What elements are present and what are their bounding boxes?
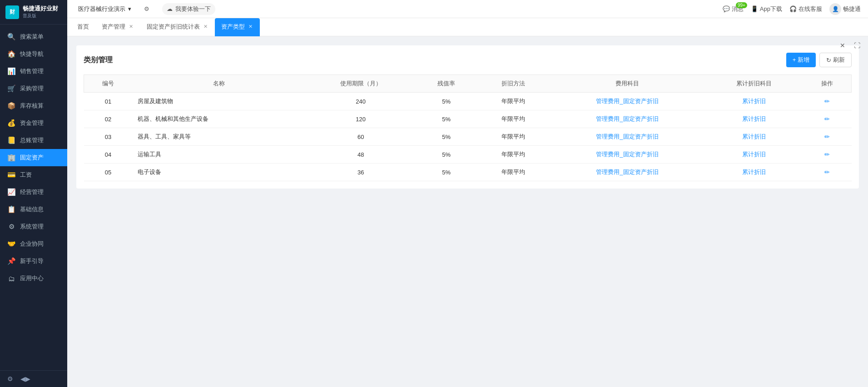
main-area: 医疗器械行业演示 ▾ ⚙ ☁ 我要体验一下 💬 消息 99+ 📱 App下载 🎧… (67, 0, 868, 387)
sidebar-item-fixed-assets[interactable]: 🏢 固定资产 (0, 149, 67, 166)
row-depreciation-method: 年限平均 (476, 128, 550, 146)
sidebar-item-cooperation[interactable]: 🤝 企业协同 (0, 235, 67, 253)
row-id: 05 (84, 164, 133, 181)
row-expense-subject: 管理费用_固定资产折旧 (550, 146, 704, 164)
sidebar-item-system[interactable]: ⚙ 系统管理 (0, 218, 67, 235)
settings-icon[interactable]: ⚙ (7, 375, 13, 382)
row-accumulated-subject: 累计折旧 (705, 93, 803, 110)
row-id: 01 (84, 93, 133, 110)
sidebar-item-basic-info[interactable]: 📋 基础信息 (0, 201, 67, 218)
tab-close-fixed-asset-depreciation[interactable]: ✕ (203, 23, 208, 30)
col-header: 残值率 (416, 75, 476, 93)
window-controls: ✕ ⛶ (837, 40, 863, 51)
sidebar-icon-ledger: 📒 (7, 136, 15, 144)
close-window-button[interactable]: ✕ (837, 40, 848, 51)
row-id: 03 (84, 128, 133, 146)
message-icon: 💬 (723, 5, 730, 12)
sidebar-icon-basic-info: 📋 (7, 205, 15, 213)
row-expense-subject: 管理费用_固定资产折旧 (550, 93, 704, 110)
sidebar-icon-quick-nav: 🏠 (7, 50, 15, 58)
company-selector[interactable]: 医疗器械行业演示 ▾ (74, 3, 135, 15)
sidebar-label-sales: 销售管理 (20, 67, 44, 75)
tab-close-asset-type[interactable]: ✕ (248, 23, 253, 30)
table-header: 编号名称使用期限（月）残值率折旧方法费用科目累计折旧科目操作 (84, 75, 852, 93)
row-name: 机器、机械和其他生产设备 (132, 110, 305, 128)
edit-icon[interactable]: ✏ (824, 98, 830, 105)
app-download-button[interactable]: 📱 App下载 (751, 5, 782, 13)
row-accumulated-subject: 累计折旧 (705, 146, 803, 164)
panel-actions: + 新增 ↻ 刷新 (786, 53, 852, 67)
row-depreciation-method: 年限平均 (476, 110, 550, 128)
avatar: 👤 (829, 3, 841, 15)
sidebar-item-ledger[interactable]: 📒 总账管理 (0, 132, 67, 149)
row-residual-rate: 5% (416, 128, 476, 146)
customer-service-button[interactable]: 🎧 在线客服 (789, 5, 822, 13)
tab-close-asset-mgmt[interactable]: ✕ (128, 23, 134, 30)
expand-window-button[interactable]: ⛶ (852, 40, 863, 51)
experience-button[interactable]: ☁ 我要体验一下 (162, 3, 215, 15)
row-residual-rate: 5% (416, 164, 476, 181)
user-profile[interactable]: 👤 畅捷通 (829, 3, 861, 15)
collapse-icon[interactable]: ◀▶ (20, 375, 30, 382)
sidebar-item-operations[interactable]: 📈 经营管理 (0, 184, 67, 201)
row-residual-rate: 5% (416, 110, 476, 128)
sidebar-item-inventory[interactable]: 📦 库存核算 (0, 97, 67, 114)
sidebar-item-sales[interactable]: 📊 销售管理 (0, 63, 67, 80)
headset-icon: 🎧 (789, 5, 797, 12)
edit-icon[interactable]: ✏ (824, 115, 830, 123)
messages-badge: 99+ (736, 2, 747, 8)
row-depreciation-method: 年限平均 (476, 146, 550, 164)
col-header: 折旧方法 (476, 75, 550, 93)
page-title: 类别管理 (84, 55, 113, 65)
edit-icon[interactable]: ✏ (824, 169, 830, 176)
sidebar-item-capital[interactable]: 💰 资金管理 (0, 114, 67, 132)
sidebar-label-basic-info: 基础信息 (20, 205, 44, 213)
table-row: 01 房屋及建筑物 240 5% 年限平均 管理费用_固定资产折旧 累计折旧 ✏ (84, 93, 852, 110)
sidebar-label-operations: 经营管理 (20, 188, 44, 196)
row-action: ✏ (803, 110, 852, 128)
table-row: 03 器具、工具、家具等 60 5% 年限平均 管理费用_固定资产折旧 累计折旧… (84, 128, 852, 146)
sidebar-icon-capital: 💰 (7, 119, 15, 127)
tab-fixed-asset-depreciation[interactable]: 固定资产折旧统计表✕ (140, 18, 215, 36)
tab-asset-mgmt[interactable]: 资产管理✕ (95, 18, 140, 36)
row-action: ✏ (803, 93, 852, 110)
row-period: 240 (305, 93, 416, 110)
sidebar-footer: ⚙ ◀▶ (0, 370, 67, 387)
tab-label-asset-type: 资产类型 (221, 23, 245, 31)
refresh-button[interactable]: ↻ 刷新 (819, 53, 852, 67)
sidebar-label-fixed-assets: 固定资产 (20, 154, 44, 162)
company-name: 医疗器械行业演示 (78, 5, 125, 13)
sidebar-item-app-center[interactable]: 🗂 应用中心 (0, 270, 67, 287)
tab-home[interactable]: 首页 (71, 18, 95, 36)
topbar-settings-button[interactable]: ⚙ (140, 3, 153, 15)
row-period: 120 (305, 110, 416, 128)
row-period: 60 (305, 128, 416, 146)
edit-icon[interactable]: ✏ (824, 133, 830, 140)
row-name: 器具、工具、家具等 (132, 128, 305, 146)
row-action: ✏ (803, 146, 852, 164)
sidebar-item-guide[interactable]: 📌 新手引导 (0, 253, 67, 270)
messages-button[interactable]: 💬 消息 99+ (723, 5, 744, 13)
row-id: 04 (84, 146, 133, 164)
col-header: 累计折旧科目 (705, 75, 803, 93)
sidebar-label-search: 搜索菜单 (20, 33, 44, 41)
row-accumulated-subject: 累计折旧 (705, 164, 803, 181)
sidebar-icon-guide: 📌 (7, 257, 15, 265)
table-row: 02 机器、机械和其他生产设备 120 5% 年限平均 管理费用_固定资产折旧 … (84, 110, 852, 128)
row-expense-subject: 管理费用_固定资产折旧 (550, 128, 704, 146)
table-row: 04 运输工具 48 5% 年限平均 管理费用_固定资产折旧 累计折旧 ✏ (84, 146, 852, 164)
col-header: 编号 (84, 75, 133, 93)
sidebar-item-purchase[interactable]: 🛒 采购管理 (0, 80, 67, 97)
sidebar-item-quick-nav[interactable]: 🏠 快捷导航 (0, 45, 67, 63)
new-button[interactable]: + 新增 (786, 53, 816, 67)
tab-label-asset-mgmt: 资产管理 (102, 23, 125, 31)
col-header: 使用期限（月） (305, 75, 416, 93)
tab-asset-type[interactable]: 资产类型✕ (215, 18, 260, 36)
dropdown-icon: ▾ (128, 5, 131, 12)
sidebar-icon-app-center: 🗂 (7, 274, 15, 283)
sidebar-icon-fixed-assets: 🏢 (7, 154, 15, 162)
cloud-icon: ☁ (167, 5, 173, 12)
sidebar-item-search[interactable]: 🔍 搜索菜单 (0, 28, 67, 45)
edit-icon[interactable]: ✏ (824, 151, 830, 158)
sidebar-item-salary[interactable]: 💳 工资 (0, 166, 67, 184)
